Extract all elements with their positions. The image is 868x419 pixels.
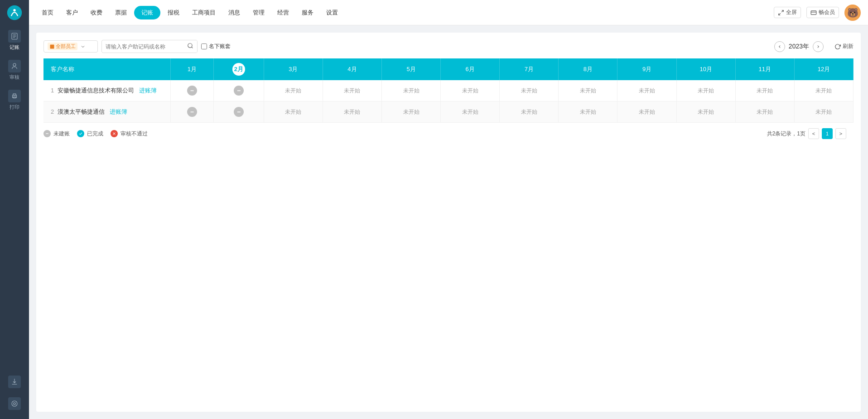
nav-manage[interactable]: 管理 — [247, 6, 270, 19]
sidebar-item-download[interactable] — [0, 371, 29, 393]
nav-home[interactable]: 首页 — [36, 6, 59, 19]
nav-message[interactable]: 消息 — [223, 6, 246, 19]
th-nov: 11月 — [735, 58, 794, 80]
search-input[interactable] — [102, 41, 183, 52]
search-icon — [187, 43, 193, 49]
nav-operations[interactable]: 经营 — [272, 6, 294, 19]
month-cell-9: 未开始 — [617, 101, 676, 123]
fullscreen-button[interactable]: 全屏 — [774, 7, 801, 18]
legend-rejected: 审核不通过 — [111, 130, 148, 138]
month-cell-8: 未开始 — [559, 101, 617, 123]
employee-tag: 全部员工 — [48, 43, 77, 50]
nav-client[interactable]: 客户 — [61, 6, 83, 19]
status-not-started-text: 未开始 — [815, 87, 832, 94]
th-apr: 4月 — [323, 58, 381, 80]
jizhang-icon — [8, 30, 21, 43]
my-accounts-checkbox-label[interactable]: 名下账套 — [201, 43, 231, 50]
next-page-button[interactable]: > — [835, 128, 846, 139]
month-cell-1[interactable]: − — [170, 80, 214, 101]
status-not-started-text: 未开始 — [403, 87, 420, 94]
nav-charge[interactable]: 收费 — [85, 6, 108, 19]
svg-line-18 — [192, 47, 193, 48]
sidebar-item-shenhe[interactable]: 审核 — [0, 55, 29, 85]
nav-business[interactable]: 工商项目 — [187, 6, 221, 19]
status-not-started-text: 未开始 — [757, 87, 773, 94]
status-not-started-text: 未开始 — [757, 109, 773, 115]
prev-year-button[interactable] — [774, 41, 785, 52]
sidebar-item-support[interactable] — [0, 393, 29, 414]
table-wrap: 客户名称 1月 2月 3月 4月 — [43, 58, 854, 123]
status-not-started-text: 未开始 — [462, 87, 478, 94]
status-dash-icon[interactable]: − — [234, 107, 244, 117]
client-name-cell: 1 安徽畅捷通信息技术有限公司 进账簿 — [43, 80, 170, 101]
th-jul: 7月 — [500, 58, 559, 80]
svg-rect-8 — [13, 94, 16, 96]
month-cell-10: 未开始 — [676, 101, 735, 123]
svg-point-11 — [14, 403, 16, 405]
client-name-text: 漠澳太平畅捷通信 — [58, 108, 105, 115]
status-dash-icon[interactable]: − — [187, 86, 197, 96]
sidebar: 记账 审核 打印 — [0, 0, 29, 419]
status-not-started-text: 未开始 — [639, 87, 655, 94]
content-card: 全部员工 名 — [36, 33, 861, 412]
status-dash-icon[interactable]: − — [234, 86, 244, 96]
my-accounts-checkbox[interactable] — [201, 43, 207, 49]
nav-tax[interactable]: 报税 — [162, 6, 185, 19]
sidebar-item-shenhe-label: 审核 — [10, 74, 19, 81]
employee-label: 全部员工 — [56, 43, 76, 50]
status-not-started-text: 未开始 — [815, 109, 832, 115]
user-avatar[interactable]: 🐻 — [844, 5, 861, 21]
status-not-started-text: 未开始 — [521, 109, 537, 115]
completed-label: 已完成 — [87, 130, 103, 138]
prev-page-button[interactable]: < — [808, 128, 819, 139]
sidebar-item-dayin-label: 打印 — [10, 104, 19, 111]
month-cell-2[interactable]: − — [214, 80, 264, 101]
legend-not-built: 未建账 — [43, 130, 70, 138]
dayin-icon — [8, 90, 21, 102]
nav-invoice[interactable]: 票据 — [110, 6, 132, 19]
employee-select[interactable]: 全部员工 — [43, 40, 98, 53]
month-cell-11: 未开始 — [735, 101, 794, 123]
vip-icon — [810, 10, 817, 16]
status-not-started-text: 未开始 — [403, 109, 420, 115]
dropdown-chevron-icon — [80, 44, 86, 49]
current-page-button[interactable]: 1 — [822, 128, 833, 139]
topnav: 首页 客户 收费 票据 记账 报税 工商项目 消息 管理 经营 服务 设置 全屏 — [29, 0, 868, 25]
sidebar-item-dayin[interactable]: 打印 — [0, 85, 29, 115]
svg-point-6 — [13, 63, 16, 66]
nav-settings[interactable]: 设置 — [321, 6, 343, 19]
search-button[interactable] — [183, 40, 197, 53]
toolbar: 全部员工 名 — [43, 40, 854, 53]
status-not-started-text: 未开始 — [639, 109, 655, 115]
support-icon — [8, 397, 21, 410]
vip-label: 畅会员 — [819, 9, 835, 16]
status-not-started-text: 未开始 — [344, 87, 360, 94]
month-cell-2[interactable]: − — [214, 101, 264, 123]
fullscreen-icon — [778, 10, 784, 16]
rejected-label: 审核不通过 — [121, 130, 148, 138]
nav-bookkeeping[interactable]: 记账 — [134, 6, 160, 19]
sidebar-item-jizhang[interactable]: 记账 — [0, 25, 29, 55]
rejected-icon — [111, 130, 118, 137]
nav-service[interactable]: 服务 — [296, 6, 319, 19]
main-area: 首页 客户 收费 票据 记账 报税 工商项目 消息 管理 经营 服务 设置 全屏 — [29, 0, 868, 419]
vip-button[interactable]: 畅会员 — [806, 7, 839, 18]
th-oct: 10月 — [676, 58, 735, 80]
next-year-button[interactable] — [813, 41, 824, 52]
year-nav: 2023年 — [774, 41, 824, 52]
row-index: 2 — [51, 108, 54, 115]
refresh-button[interactable]: 刷新 — [834, 43, 854, 50]
enter-ledger-link[interactable]: 进账簿 — [139, 87, 157, 94]
my-accounts-label: 名下账套 — [209, 43, 231, 50]
total-text: 共2条记录，1页 — [767, 130, 805, 138]
search-input-wrap — [101, 40, 198, 53]
status-not-started-text: 未开始 — [580, 87, 596, 94]
status-not-started-text: 未开始 — [285, 109, 301, 115]
status-not-started-text: 未开始 — [285, 87, 301, 94]
client-name-cell: 2 漠澳太平畅捷通信 进账簿 — [43, 101, 170, 123]
enter-ledger-link[interactable]: 进账簿 — [110, 108, 127, 115]
month-cell-1[interactable]: − — [170, 101, 214, 123]
status-dash-icon[interactable]: − — [187, 107, 197, 117]
th-mar: 3月 — [264, 58, 323, 80]
month-cell-4: 未开始 — [323, 80, 381, 101]
